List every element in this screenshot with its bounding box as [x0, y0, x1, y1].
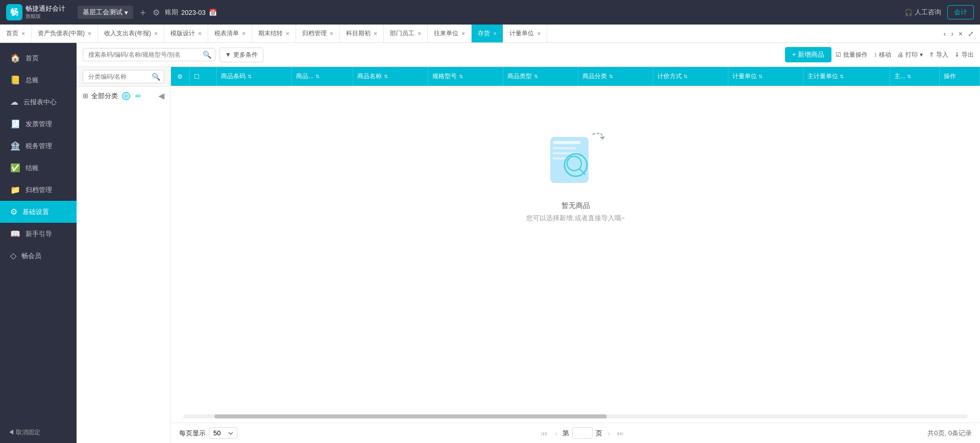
tab-close-homepage[interactable]: × — [21, 30, 25, 37]
tab-scroll-right[interactable]: › — [949, 29, 955, 39]
human-service-button[interactable]: 🎧 人工咨询 — [904, 8, 941, 17]
tab-contacts[interactable]: 往来单位 × — [428, 25, 472, 43]
sort-icon: ⇅ — [907, 74, 911, 79]
tab-archive[interactable]: 归档管理 × — [296, 25, 340, 43]
scroll-thumb[interactable] — [214, 414, 607, 418]
sidebar-item-member[interactable]: ◇ 畅会员 — [0, 245, 77, 267]
add-product-button[interactable]: + 新增商品 — [785, 47, 831, 62]
category-search-icon[interactable]: 🔍 — [152, 73, 160, 81]
page-size-label: 每页显示 — [179, 429, 206, 438]
settings-col-header[interactable]: ⚙ — [171, 67, 189, 86]
company-selector[interactable]: 基层工会测试 ▾ — [78, 6, 133, 19]
account-button[interactable]: 会计 — [947, 5, 974, 19]
empty-desc: 您可以选择新增,或者直接导入哦~ — [526, 214, 625, 223]
sidebar-item-guide[interactable]: 📖 新手引导 — [0, 223, 77, 245]
main-search-input[interactable] — [83, 48, 215, 61]
tax-icon: 🏦 — [10, 141, 20, 151]
empty-svg-illustration — [537, 127, 614, 193]
page-number-input[interactable]: 1 — [572, 427, 593, 439]
collapse-panel-icon[interactable]: ◀ — [158, 91, 164, 101]
calendar-icon[interactable]: 📅 — [209, 9, 217, 16]
tab-unit[interactable]: 计量单位 × — [503, 25, 547, 43]
sidebar-item-settings[interactable]: ⚙ 基础设置 — [0, 201, 77, 223]
export-button[interactable]: ⇓ 导出 — [954, 51, 974, 59]
tab-close-inventory[interactable]: × — [493, 30, 497, 37]
sidebar-item-archive[interactable]: 📁 归档管理 — [0, 179, 77, 201]
first-page-button[interactable]: ⏮ — [538, 428, 550, 438]
tab-close-all[interactable]: × — [957, 29, 965, 39]
tab-close-unit[interactable]: × — [537, 30, 541, 37]
tab-close-subject[interactable]: × — [374, 30, 377, 37]
tab-close-income[interactable]: × — [154, 30, 158, 37]
scrollbar-area — [171, 410, 980, 423]
move-button[interactable]: ↕ 移动 — [874, 51, 891, 59]
barcode-col-header[interactable]: 商品条码 ⇅ — [217, 67, 292, 86]
add-tab-button[interactable]: ＋ — [138, 6, 148, 18]
type-col-header[interactable]: 商品类型 ⇅ — [503, 67, 578, 86]
tab-fullscreen[interactable]: ⤢ — [966, 29, 976, 39]
tab-close-dept[interactable]: × — [418, 30, 421, 37]
sidebar-item-tax[interactable]: 🏦 税务管理 — [0, 135, 77, 157]
page-label: 第 — [562, 429, 569, 438]
invoice-icon: 🧾 — [10, 119, 20, 129]
tab-close-template[interactable]: × — [198, 30, 202, 37]
tab-period-end[interactable]: 期末结转 × — [252, 25, 296, 43]
tab-subject[interactable]: 科目期初 × — [340, 25, 384, 43]
period-value: 2023-03 — [181, 9, 206, 16]
tab-homepage[interactable]: 首页 × — [0, 25, 32, 43]
last-page-button[interactable]: ⏭ — [615, 428, 626, 438]
dropdown-icon: ▾ — [125, 9, 128, 16]
category-col-header[interactable]: 商品分类 ⇅ — [578, 67, 653, 86]
tab-inventory[interactable]: 存货 × — [472, 25, 503, 43]
sidebar-item-invoice[interactable]: 🧾 发票管理 — [0, 113, 77, 135]
main-search-icon[interactable]: 🔍 — [203, 51, 211, 59]
table-area: ⚙ ☐ 商品条码 ⇅ 商品... ⇅ 商品名称 ⇅ 规格型号 ⇅ 商品类型 ⇅ … — [171, 67, 980, 410]
spec-col-header[interactable]: 规格型号 ⇅ — [428, 67, 503, 86]
sidebar-item-checkout[interactable]: ✅ 结账 — [0, 157, 77, 179]
next-page-button[interactable]: › — [605, 428, 612, 438]
tab-tax[interactable]: 税表清单 × — [208, 25, 252, 43]
tab-close-balance[interactable]: × — [88, 30, 91, 37]
filter-button[interactable]: ▼ 更多条件 — [219, 48, 263, 62]
tab-scroll-left[interactable]: ‹ — [941, 29, 948, 39]
horizontal-scrollbar[interactable] — [183, 414, 968, 418]
tab-template[interactable]: 模版设计 × — [164, 25, 208, 43]
tab-department[interactable]: 部门员工 × — [384, 25, 428, 43]
tab-close-tax[interactable]: × — [242, 30, 246, 37]
export-icon: ⇓ — [954, 51, 960, 58]
name-col-header[interactable]: 商品名称 ⇅ — [353, 67, 428, 86]
tab-close-period[interactable]: × — [286, 30, 289, 37]
app-version: 旗舰版 — [26, 13, 65, 20]
tab-close-archive[interactable]: × — [330, 30, 333, 37]
import-icon: ⇑ — [929, 51, 934, 58]
prev-page-button[interactable]: ‹ — [553, 428, 559, 438]
checkbox-col-header[interactable]: ☐ — [189, 67, 217, 86]
page-size-select[interactable]: 50 100 200 — [209, 427, 237, 439]
main-unit-col-header[interactable]: 主计量单位 ⇅ — [803, 67, 890, 86]
unpin-button[interactable]: ◀ 取消固定 — [8, 428, 68, 437]
edit-category-icon[interactable]: ✏ — [135, 92, 141, 100]
left-panel-search: 🔍 — [77, 67, 170, 87]
all-category-item[interactable]: ⊞ 全部分类 ○ ✏ ◀ — [77, 87, 170, 105]
main-col-header[interactable]: 主... ⇅ — [890, 67, 940, 86]
print-button[interactable]: 🖨 打印 ▾ — [897, 51, 923, 59]
tab-close-contacts[interactable]: × — [461, 30, 465, 37]
batch-operation-button[interactable]: ☑ 批量操作 — [836, 51, 868, 59]
sidebar-item-ledger[interactable]: 📒 总账 — [0, 69, 77, 91]
tab-balance-sheet[interactable]: 资产负债表(中期) × — [32, 25, 98, 43]
unit-col-header[interactable]: 计量单位 ⇅ — [728, 67, 803, 86]
import-button[interactable]: ⇑ 导入 — [929, 51, 948, 59]
pricing-col-header[interactable]: 计价方式 ⇅ — [653, 67, 728, 86]
sidebar-item-home[interactable]: 🏠 首页 — [0, 47, 77, 69]
settings-button[interactable]: ⚙ — [153, 8, 160, 17]
svg-rect-1 — [553, 141, 581, 144]
empty-state: 暂无商品 您可以选择新增,或者直接导入哦~ — [171, 86, 980, 264]
header-actions: 🎧 人工咨询 会计 — [904, 5, 974, 19]
sidebar-item-cloud[interactable]: ☁ 云报表中心 — [0, 91, 77, 113]
category-circle-icon: ○ — [122, 92, 130, 100]
tab-income[interactable]: 收入支出表(年报) × — [98, 25, 164, 43]
sort-icon: ⇅ — [384, 74, 388, 79]
code-col-header[interactable]: 商品... ⇅ — [292, 67, 353, 86]
sort-icon: ⇅ — [758, 74, 763, 79]
filter-icon: ▼ — [225, 51, 231, 58]
